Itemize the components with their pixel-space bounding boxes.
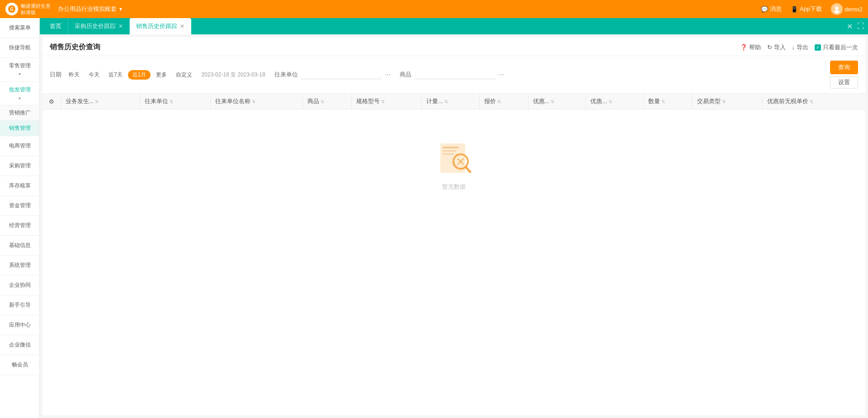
top-header: G 畅捷通好生意 标准版 办公用品行业模拟账套 ▾ 💬 消息 📱 App下载 d… (0, 0, 868, 18)
fullscreen-btn[interactable]: ⛶ (857, 22, 864, 30)
sidebar-item-wholesale[interactable]: 批发管理 ▴ (0, 82, 39, 106)
th-goods[interactable]: 商品⇅ (303, 94, 352, 109)
empty-illustration-icon (431, 137, 476, 177)
close-all-tabs-btn[interactable]: ✕ (847, 22, 853, 31)
settings-gear-icon[interactable]: ⚙ (49, 98, 54, 105)
th-quantity[interactable]: 数量⇅ (643, 94, 692, 109)
date-buttons: 昨天 今天 近7天 近1月 更多 自定义 (65, 70, 196, 80)
app-name-label: 办公用品行业模拟账套 (58, 5, 117, 13)
th-trade-type[interactable]: 交易类型⇅ (692, 94, 763, 109)
svg-rect-6 (443, 147, 458, 148)
date-btn-custom[interactable]: 自定义 (172, 70, 196, 80)
wholesale-arrow-icon: ▴ (19, 95, 21, 100)
goods-search-icon[interactable]: ··· (498, 71, 504, 79)
avatar (831, 3, 843, 15)
sidebar-item-retail[interactable]: 零售管理 ▾ (0, 58, 39, 82)
message-icon: 💬 (761, 6, 768, 13)
table-area: ⚙ 业务发生...⇅ 往来单位⇅ 往来单位名称⇅ (42, 94, 865, 415)
sort-icon-spec: ⇅ (381, 99, 385, 104)
sidebar-item-app-center[interactable]: 应用中心 (0, 315, 39, 335)
date-btn-7days[interactable]: 近7天 (105, 70, 126, 80)
tab-purchase-history[interactable]: 采购历史价跟踪 ✕ (68, 18, 130, 34)
sort-icon-discount1: ⇅ (551, 99, 554, 104)
th-partner-name[interactable]: 往来单位名称⇅ (211, 94, 303, 109)
download-icon: 📱 (791, 6, 798, 13)
import-btn[interactable]: ↻ 导入 (767, 43, 786, 52)
query-btn-area: 查询 设置 (830, 61, 858, 89)
settings-button[interactable]: 设置 (830, 76, 858, 89)
help-btn[interactable]: ❓ 帮助 (740, 43, 761, 52)
tab-sales-history[interactable]: 销售历史价跟踪 ✕ (130, 18, 191, 34)
th-partner-code[interactable]: 往来单位⇅ (140, 94, 211, 109)
date-btn-today[interactable]: 今天 (85, 70, 103, 80)
message-btn[interactable]: 💬 消息 (761, 5, 782, 13)
page-header: 销售历史价查询 ❓ 帮助 ↻ 导入 ↓ 导出 ✓ (42, 37, 865, 56)
th-pretax-price[interactable]: 优惠前无税单价⇅ (763, 94, 865, 109)
sort-icon-partner-code: ⇅ (170, 99, 173, 104)
sidebar-item-marketing[interactable]: 营销推广 (0, 105, 39, 121)
export-btn[interactable]: ↓ 导出 (792, 43, 809, 52)
sidebar-item-purchase[interactable]: 采购管理 (0, 156, 39, 176)
svg-point-4 (834, 10, 840, 14)
app-download-btn[interactable]: 📱 App下载 (791, 5, 822, 13)
enterprise-wechat-label: 企业微信 (9, 342, 31, 349)
svg-line-10 (466, 167, 470, 172)
sidebar-item-finance[interactable]: 资金管理 (0, 196, 39, 216)
svg-rect-8 (443, 153, 454, 155)
retail-arrow-icon: ▾ (19, 71, 21, 77)
th-biz-date[interactable]: 业务发生...⇅ (61, 94, 140, 109)
th-quote[interactable]: 报价⇅ (480, 94, 528, 109)
data-table: ⚙ 业务发生...⇅ 往来单位⇅ 往来单位名称⇅ (42, 94, 865, 109)
logo-icon: G (5, 3, 18, 15)
th-discount2[interactable]: 优惠...⇅ (586, 94, 644, 109)
sidebar-item-sales-mgmt[interactable]: 销售管理 (0, 121, 39, 136)
th-spec[interactable]: 规格型号⇅ (351, 94, 422, 109)
tab-bar: 首页 采购历史价跟踪 ✕ 销售历史价跟踪 ✕ ✕ ⛶ (40, 18, 868, 34)
sidebar-item-inventory[interactable]: 库存核算 (0, 176, 39, 196)
date-btn-1month[interactable]: 近1月 (128, 70, 151, 80)
wholesale-label: 批发管理 (9, 86, 31, 94)
sidebar-item-enterprise-coop[interactable]: 企业协同 (0, 276, 39, 295)
partner-input[interactable] (301, 70, 382, 79)
th-settings[interactable]: ⚙ (42, 94, 61, 109)
tab-sales-close-icon[interactable]: ✕ (180, 24, 184, 29)
finance-label: 资金管理 (9, 202, 31, 209)
export-icon: ↓ (792, 44, 795, 51)
sidebar-item-search-menu[interactable]: 搜索菜单 (0, 18, 39, 38)
th-discount1[interactable]: 优惠...⇅ (528, 94, 586, 109)
sort-icon-discount2: ⇅ (609, 99, 612, 104)
sidebar-item-ecommerce[interactable]: 电商管理 (0, 136, 39, 156)
sidebar-item-quick-nav[interactable]: 快捷导航 (0, 38, 39, 58)
goods-input[interactable] (414, 70, 495, 79)
sidebar-item-basic-info[interactable]: 基础信息 (0, 236, 39, 256)
sort-icon-trade-type: ⇅ (722, 99, 726, 104)
goods-label: 商品 (400, 71, 411, 79)
query-button[interactable]: 查询 (830, 61, 858, 74)
search-menu-label: 搜索菜单 (9, 24, 31, 32)
logo-area: G 畅捷通好生意 标准版 (5, 3, 51, 16)
partner-search-icon[interactable]: ··· (385, 71, 391, 79)
table-header-row: ⚙ 业务发生...⇅ 往来单位⇅ 往来单位名称⇅ (42, 94, 865, 109)
tab-purchase-close-icon[interactable]: ✕ (118, 24, 123, 29)
show-last-checkbox-label[interactable]: ✓ 只看最后一次 (815, 43, 858, 52)
inventory-label: 库存核算 (9, 182, 31, 190)
tab-purchase-history-label: 采购历史价跟踪 (75, 22, 116, 30)
sidebar-item-member[interactable]: 畅会员 (0, 355, 39, 375)
sort-icon-goods: ⇅ (321, 99, 324, 104)
app-name-dropdown-icon[interactable]: ▾ (119, 6, 122, 12)
user-menu[interactable]: demo2 (831, 3, 863, 15)
show-last-checkbox[interactable]: ✓ (815, 44, 821, 51)
sidebar-item-enterprise-wechat[interactable]: 企业微信 (0, 335, 39, 355)
tab-home[interactable]: 首页 (43, 18, 68, 34)
app-center-label: 应用中心 (9, 322, 31, 329)
sidebar-item-system[interactable]: 系统管理 (0, 256, 39, 276)
sidebar-item-new-guide[interactable]: 新手引导 (0, 295, 39, 315)
date-btn-more[interactable]: 更多 (152, 70, 170, 80)
th-unit[interactable]: 计量...⇅ (422, 94, 480, 109)
sidebar-item-operation[interactable]: 经营管理 (0, 216, 39, 236)
date-btn-yesterday[interactable]: 昨天 (65, 70, 83, 80)
page-title: 销售历史价查询 (50, 43, 100, 52)
member-label: 畅会员 (12, 361, 28, 369)
import-icon: ↻ (767, 44, 772, 51)
sort-icon-quote: ⇅ (497, 99, 501, 104)
